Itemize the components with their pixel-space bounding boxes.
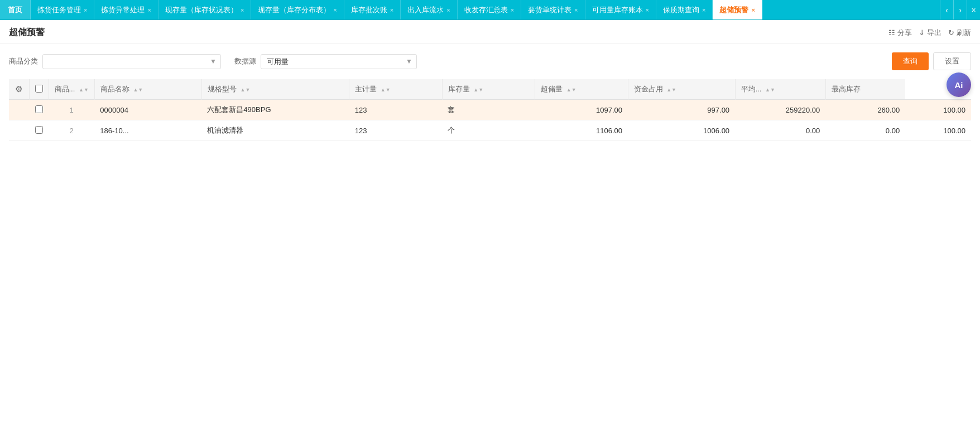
tab-11[interactable]: 超储预警 × bbox=[713, 0, 762, 20]
col-spec[interactable]: 规格型号 ▲▼ bbox=[201, 79, 349, 100]
row-code: 0000004 bbox=[94, 100, 201, 120]
col-name[interactable]: 商品名称 ▲▼ bbox=[94, 79, 201, 100]
table-header-row: ⚙ 商品... ▲▼ 商品名称 ▲▼ 规格型号 ▲▼ bbox=[9, 79, 971, 100]
page-title: 超储预警 bbox=[9, 27, 45, 38]
row-unit: 个 bbox=[442, 120, 535, 141]
tab-8-close[interactable]: × bbox=[574, 7, 578, 13]
export-button[interactable]: ⇓ 导出 bbox=[919, 28, 941, 38]
datasource-label: 数据源 bbox=[234, 56, 256, 66]
table-row: 1 0000004 六配套新昌490BPG 123 套 1097.00 997.… bbox=[9, 100, 971, 120]
nav-arrow-right[interactable]: › bbox=[953, 0, 967, 20]
header-actions: ☷ 分享 ⇓ 导出 ↻ 刷新 bbox=[888, 28, 971, 38]
table-row: 2 186-10... 机油滤清器 123 个 1106.00 1006.00 … bbox=[9, 120, 971, 141]
table-container: ⚙ 商品... ▲▼ 商品名称 ▲▼ 规格型号 ▲▼ bbox=[0, 75, 980, 146]
col-unit[interactable]: 主计量 ▲▼ bbox=[349, 79, 442, 100]
row-settings-cell bbox=[9, 100, 29, 120]
row-capital: 0.00 bbox=[735, 120, 825, 141]
tab-10[interactable]: 保质期查询 × bbox=[656, 0, 713, 20]
tab-7[interactable]: 收发存汇总表 × bbox=[458, 0, 521, 20]
sort-avg-icon: ▲▼ bbox=[765, 87, 775, 93]
tab-4[interactable]: 现存量（库存分布表） × bbox=[251, 0, 344, 20]
refresh-button[interactable]: ↻ 刷新 bbox=[948, 28, 971, 38]
col-capital[interactable]: 资金占用 ▲▼ bbox=[628, 79, 735, 100]
tab-8[interactable]: 要货单统计表 × bbox=[521, 0, 585, 20]
tab-10-close[interactable]: × bbox=[702, 7, 705, 13]
refresh-icon: ↻ bbox=[948, 28, 954, 37]
datasource-select[interactable]: 可用量 bbox=[261, 54, 417, 69]
col-avg[interactable]: 平均... ▲▼ bbox=[735, 79, 825, 100]
sort-stock-icon: ▲▼ bbox=[473, 87, 483, 93]
col-settings: ⚙ bbox=[9, 79, 29, 100]
tab-1-close[interactable]: × bbox=[84, 7, 87, 13]
row-index: 2 bbox=[49, 120, 94, 141]
tab-9[interactable]: 可用量库存账本 × bbox=[585, 0, 656, 20]
category-select[interactable] bbox=[42, 54, 221, 69]
data-table: ⚙ 商品... ▲▼ 商品名称 ▲▼ 规格型号 ▲▼ bbox=[9, 79, 971, 141]
tab-4-close[interactable]: × bbox=[333, 7, 337, 13]
filter-area: 商品分类 ▼ 数据源 可用量 ▼ 查询 设置 bbox=[0, 43, 980, 75]
row-over: 1006.00 bbox=[628, 120, 735, 141]
filter-buttons: 查询 设置 bbox=[892, 52, 971, 70]
row-settings-cell bbox=[9, 120, 29, 141]
category-label: 商品分类 bbox=[9, 56, 38, 66]
row-stock: 1097.00 bbox=[535, 100, 628, 120]
select-all-checkbox[interactable] bbox=[35, 85, 43, 93]
col-code[interactable]: 商品... ▲▼ bbox=[49, 79, 94, 100]
sort-over-icon: ▲▼ bbox=[566, 87, 577, 93]
row-name: 六配套新昌490BPG bbox=[201, 100, 349, 120]
sort-spec-icon: ▲▼ bbox=[240, 87, 250, 93]
row-unit: 套 bbox=[442, 100, 535, 120]
row-avg: 260.00 bbox=[825, 100, 905, 120]
sort-code-icon: ▲▼ bbox=[79, 87, 89, 93]
sort-name-icon: ▲▼ bbox=[133, 87, 143, 93]
tab-5-close[interactable]: × bbox=[390, 7, 393, 13]
tab-9-close[interactable]: × bbox=[646, 7, 649, 13]
row-checkbox-cell bbox=[29, 100, 49, 120]
tab-6-close[interactable]: × bbox=[446, 7, 450, 13]
tab-3[interactable]: 现存量（库存状况表） × bbox=[158, 0, 251, 20]
sort-capital-icon: ▲▼ bbox=[666, 87, 676, 93]
row-avg: 0.00 bbox=[825, 120, 905, 141]
row-code: 186-10... bbox=[94, 120, 201, 141]
col-over[interactable]: 超储量 ▲▼ bbox=[535, 79, 628, 100]
page-container: 超储预警 ☷ 分享 ⇓ 导出 ↻ 刷新 商品分类 ▼ bbox=[0, 20, 980, 446]
share-button[interactable]: ☷ 分享 bbox=[888, 28, 912, 38]
export-icon: ⇓ bbox=[919, 28, 925, 37]
tab-7-close[interactable]: × bbox=[511, 7, 514, 13]
col-stock[interactable]: 库存量 ▲▼ bbox=[442, 79, 535, 100]
row-over: 997.00 bbox=[628, 100, 735, 120]
nav-arrow-close[interactable]: × bbox=[967, 0, 980, 20]
top-nav: 首页 拣货任务管理 × 拣货异常处理 × 现存量（库存状况表） × 现存量（库存… bbox=[0, 0, 980, 20]
row-name: 机油滤清器 bbox=[201, 120, 349, 141]
col-checkbox-all bbox=[29, 79, 49, 100]
column-settings-icon[interactable]: ⚙ bbox=[15, 84, 22, 94]
row-capital: 259220.00 bbox=[735, 100, 825, 120]
settings-button[interactable]: 设置 bbox=[933, 52, 971, 70]
row-max: 100.00 bbox=[905, 100, 971, 120]
ai-badge[interactable]: Ai bbox=[947, 72, 971, 97]
query-button[interactable]: 查询 bbox=[892, 52, 929, 70]
tab-5[interactable]: 库存批次账 × bbox=[344, 0, 401, 20]
sort-unit-icon: ▲▼ bbox=[381, 87, 391, 93]
tab-6[interactable]: 出入库流水 × bbox=[401, 0, 457, 20]
tab-2-close[interactable]: × bbox=[147, 7, 151, 13]
nav-home[interactable]: 首页 bbox=[0, 0, 31, 20]
datasource-filter-group: 数据源 可用量 ▼ bbox=[234, 54, 417, 69]
nav-arrow-left[interactable]: ‹ bbox=[940, 0, 953, 20]
row-spec: 123 bbox=[349, 120, 442, 141]
row-checkbox[interactable] bbox=[35, 105, 43, 113]
tab-1[interactable]: 拣货任务管理 × bbox=[31, 0, 94, 20]
row-checkbox[interactable] bbox=[35, 126, 43, 134]
tab-3-close[interactable]: × bbox=[241, 7, 244, 13]
tab-2[interactable]: 拣货异常处理 × bbox=[94, 0, 158, 20]
col-max[interactable]: 最高库存 bbox=[825, 79, 905, 100]
table-body: 1 0000004 六配套新昌490BPG 123 套 1097.00 997.… bbox=[9, 100, 971, 141]
page-header: 超储预警 ☷ 分享 ⇓ 导出 ↻ 刷新 bbox=[0, 20, 980, 43]
row-spec: 123 bbox=[349, 100, 442, 120]
share-icon: ☷ bbox=[888, 28, 895, 37]
category-select-wrapper: ▼ bbox=[42, 54, 221, 69]
category-filter-group: 商品分类 ▼ bbox=[9, 54, 221, 69]
row-max: 100.00 bbox=[905, 120, 971, 141]
row-stock: 1106.00 bbox=[535, 120, 628, 141]
tab-11-close[interactable]: × bbox=[751, 7, 755, 13]
